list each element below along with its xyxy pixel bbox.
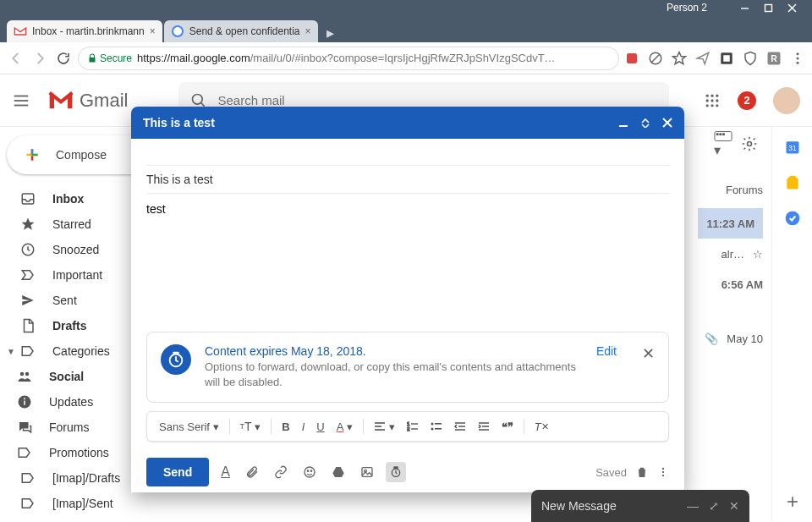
bullet-list-button[interactable] — [425, 418, 447, 435]
svg-point-41 — [24, 398, 25, 399]
newmsg-close-button[interactable]: ✕ — [729, 499, 739, 513]
saved-label: Saved — [595, 466, 627, 479]
hamburger-menu-icon[interactable] — [12, 91, 32, 110]
secure-indicator: Secure — [87, 52, 132, 64]
confidential-close-button[interactable]: ✕ — [642, 344, 655, 363]
confidential-edit-button[interactable]: Edit — [596, 344, 617, 358]
bookmark-star-icon[interactable] — [672, 51, 687, 66]
newmsg-minimize-button[interactable]: — — [687, 499, 699, 513]
gmail-icon — [47, 91, 74, 111]
mail-row[interactable]: alr… ☆ — [721, 239, 763, 269]
svg-point-27 — [706, 104, 709, 107]
tasks-icon[interactable] — [784, 210, 801, 227]
input-tools-icon[interactable]: ▾ — [714, 130, 732, 158]
insert-drive-icon[interactable] — [328, 462, 348, 482]
svg-point-29 — [716, 104, 718, 107]
compose-close-button[interactable] — [662, 118, 672, 128]
mail-row[interactable]: 11:23 AM — [698, 208, 763, 239]
svg-rect-1 — [765, 4, 771, 11]
compose-popout-button[interactable] — [640, 118, 650, 128]
sidebar-item-label: Snoozed — [52, 243, 99, 256]
font-size-dropdown[interactable]: TT ▾ — [235, 416, 266, 437]
quote-button[interactable]: ❝❞ — [497, 417, 518, 437]
url-input[interactable]: Secure https://mail.google.com/mail/u/0/… — [78, 47, 619, 70]
indent-less-button[interactable] — [449, 418, 471, 435]
new-tab-button[interactable]: ▸ — [320, 24, 341, 42]
apps-grid-icon[interactable] — [704, 92, 721, 109]
profile-r-icon[interactable]: R — [766, 51, 782, 66]
confidential-mode-box: Content expires May 18, 2018. Options to… — [146, 332, 669, 403]
svg-point-82 — [662, 468, 664, 470]
extension-icon[interactable] — [624, 51, 639, 66]
star-icon — [20, 217, 37, 232]
svg-point-25 — [710, 99, 713, 102]
new-message-minimized[interactable]: New Message — ⤢ ✕ — [531, 490, 749, 522]
tab-close-button[interactable]: × — [305, 25, 311, 37]
important-icon — [20, 267, 37, 283]
back-button[interactable] — [7, 49, 25, 68]
svg-marker-35 — [22, 218, 35, 230]
settings-gear-icon[interactable] — [741, 135, 758, 152]
compose-minimize-button[interactable] — [618, 118, 628, 128]
info-icon — [17, 394, 34, 409]
italic-button[interactable]: I — [297, 417, 310, 437]
align-button[interactable]: ▾ — [369, 417, 400, 437]
confidential-mode-toggle-icon[interactable] — [386, 462, 406, 482]
search-input[interactable] — [217, 93, 657, 107]
forward-button[interactable] — [30, 49, 49, 68]
shield-icon[interactable] — [743, 51, 758, 66]
window-maximize-button[interactable] — [756, 0, 780, 15]
newmsg-popout-button[interactable]: ⤢ — [709, 499, 719, 513]
compose-body-text[interactable]: test — [146, 194, 669, 332]
tab-close-button[interactable]: × — [150, 25, 156, 37]
sidebar-item-label: Important — [52, 268, 102, 282]
block-icon[interactable] — [648, 51, 663, 66]
mail-row[interactable]: 6:56 AM — [721, 269, 763, 299]
insert-emoji-icon[interactable] — [299, 462, 320, 482]
notification-badge[interactable]: 2 — [738, 91, 756, 110]
subject-field[interactable]: This is a test — [146, 166, 669, 194]
confidential-description: Options to forward, download, or copy th… — [205, 360, 583, 390]
sidebar-item--imap-sent[interactable]: [Imap]/Sent — [0, 491, 217, 516]
sidebar-item-label: Drafts — [52, 319, 86, 332]
indent-more-button[interactable] — [473, 418, 495, 435]
attach-file-icon[interactable] — [242, 462, 262, 482]
text-color-button[interactable]: A ▾ — [332, 417, 358, 437]
chevron-down-icon[interactable]: ▼ — [7, 347, 17, 356]
insert-link-icon[interactable] — [271, 462, 291, 482]
formatting-toggle-icon[interactable]: A — [217, 461, 233, 483]
browser-menu-icon[interactable] — [790, 51, 805, 66]
star-icon[interactable]: ☆ — [753, 248, 763, 261]
compose-header[interactable]: This is a test — [131, 107, 684, 139]
svg-point-84 — [662, 475, 664, 476]
to-field[interactable] — [146, 149, 669, 166]
discard-draft-icon[interactable] — [635, 465, 649, 479]
mail-tab-label[interactable]: Forums — [726, 174, 763, 205]
underline-button[interactable]: U — [311, 417, 329, 437]
sidebar-item--mailbox-[interactable]: ▼[Mailbox] — [0, 516, 217, 522]
avatar[interactable] — [773, 87, 800, 114]
gmail-logo[interactable]: Gmail — [47, 90, 128, 112]
window-close-button[interactable] — [780, 0, 804, 15]
google-favicon-icon — [171, 25, 184, 38]
window-minimize-button[interactable] — [732, 0, 756, 15]
more-options-icon[interactable] — [657, 465, 669, 479]
browser-tab[interactable]: Send & open confidentia × — [164, 20, 318, 42]
numbered-list-button[interactable]: 12 — [402, 418, 424, 435]
svg-rect-40 — [24, 401, 25, 405]
sidebar-item-label: Sent — [52, 294, 77, 307]
insert-photo-icon[interactable] — [357, 462, 377, 482]
reload-button[interactable] — [54, 49, 73, 68]
keep-icon[interactable] — [784, 174, 801, 191]
send-icon[interactable] — [695, 51, 710, 66]
svg-rect-45 — [722, 133, 725, 135]
mail-row[interactable]: 📎May 10 — [705, 323, 763, 354]
send-button[interactable]: Send — [146, 458, 209, 486]
extension-box-icon[interactable] — [719, 51, 734, 66]
calendar-icon[interactable]: 31 — [784, 139, 801, 156]
browser-tab[interactable]: Inbox - martin.brinkmann × — [7, 20, 162, 42]
add-panel-icon[interactable] — [784, 493, 801, 510]
remove-formatting-button[interactable]: T✕ — [529, 417, 554, 437]
bold-button[interactable]: B — [277, 417, 294, 437]
font-family-dropdown[interactable]: Sans Serif ▾ — [154, 417, 224, 437]
